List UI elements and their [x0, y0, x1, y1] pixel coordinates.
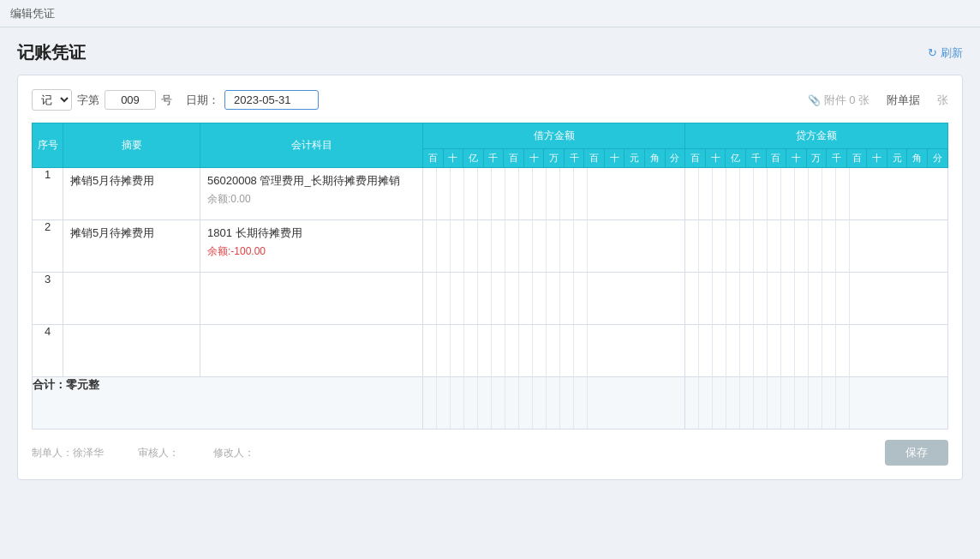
debit-cell-1[interactable] — [437, 220, 451, 272]
credit-cell-9[interactable] — [809, 273, 822, 324]
row-credit[interactable] — [685, 220, 948, 273]
credit-cell-11[interactable] — [836, 220, 850, 272]
credit-cell-10[interactable] — [822, 325, 836, 376]
debit-cell-1[interactable] — [437, 325, 451, 376]
credit-cell-9[interactable] — [809, 325, 822, 376]
debit-cell-5[interactable] — [492, 325, 505, 376]
refresh-button[interactable]: ↻ 刷新 — [928, 45, 963, 61]
debit-cell-7[interactable] — [519, 220, 533, 272]
debit-cell-6[interactable] — [505, 273, 519, 324]
row-debit[interactable] — [423, 273, 685, 325]
credit-cell-2[interactable] — [713, 273, 726, 324]
credit-cell-5[interactable] — [754, 325, 768, 376]
debit-cell-9[interactable] — [547, 325, 560, 376]
credit-cell-7[interactable] — [781, 273, 795, 324]
debit-cell-3[interactable] — [464, 325, 478, 376]
debit-cell-4[interactable] — [478, 273, 492, 324]
debit-cell-9[interactable] — [547, 220, 560, 272]
debit-cell-0[interactable] — [423, 325, 437, 376]
credit-cell-11[interactable] — [836, 168, 850, 219]
credit-cell-10[interactable] — [822, 220, 836, 272]
debit-cell-10[interactable] — [560, 168, 574, 219]
row-debit[interactable] — [423, 168, 685, 220]
credit-cell-0[interactable] — [685, 325, 699, 376]
row-account[interactable] — [200, 325, 423, 377]
credit-cell-0[interactable] — [685, 168, 699, 219]
row-debit[interactable] — [423, 220, 685, 273]
row-summary[interactable]: 摊销5月待摊费用 — [63, 220, 200, 273]
debit-cell-2[interactable] — [451, 220, 464, 272]
credit-cell-3[interactable] — [726, 220, 740, 272]
credit-cell-1[interactable] — [699, 273, 713, 324]
credit-cell-4[interactable] — [740, 273, 754, 324]
row-summary[interactable]: 摊销5月待摊费用 — [63, 168, 200, 220]
debit-cell-11[interactable] — [574, 325, 588, 376]
credit-cell-4[interactable] — [740, 220, 754, 272]
debit-cell-8[interactable] — [533, 220, 547, 272]
credit-cell-1[interactable] — [699, 168, 713, 219]
credit-cell-11[interactable] — [836, 325, 850, 376]
credit-cell-8[interactable] — [795, 273, 809, 324]
debit-cell-8[interactable] — [533, 273, 547, 324]
debit-cell-4[interactable] — [478, 325, 492, 376]
debit-cell-1[interactable] — [437, 168, 451, 219]
credit-cell-12[interactable] — [850, 325, 863, 376]
debit-cell-0[interactable] — [423, 273, 437, 324]
row-summary[interactable] — [63, 325, 200, 377]
debit-cell-2[interactable] — [451, 325, 464, 376]
attach-single-btn[interactable]: 附单据 — [887, 93, 920, 108]
credit-cell-6[interactable] — [768, 325, 781, 376]
debit-cell-7[interactable] — [519, 273, 533, 324]
debit-cell-4[interactable] — [478, 220, 492, 272]
row-account[interactable]: 1801 长期待摊费用余额:-100.00 — [200, 220, 423, 273]
debit-cell-10[interactable] — [560, 220, 574, 272]
save-button[interactable]: 保存 — [885, 440, 948, 466]
credit-cell-3[interactable] — [726, 273, 740, 324]
credit-cell-4[interactable] — [740, 325, 754, 376]
credit-cell-3[interactable] — [726, 325, 740, 376]
debit-cell-11[interactable] — [574, 220, 588, 272]
credit-cell-12[interactable] — [850, 220, 863, 272]
debit-cell-3[interactable] — [464, 220, 478, 272]
voucher-number-input[interactable] — [105, 90, 156, 110]
debit-cell-5[interactable] — [492, 273, 505, 324]
credit-cell-1[interactable] — [699, 220, 713, 272]
debit-cell-9[interactable] — [547, 273, 560, 324]
credit-cell-8[interactable] — [795, 325, 809, 376]
row-account[interactable]: 56020008 管理费用_长期待摊费用摊销余额:0.00 — [200, 168, 423, 220]
credit-cell-6[interactable] — [768, 273, 781, 324]
debit-cell-3[interactable] — [464, 273, 478, 324]
credit-cell-10[interactable] — [822, 168, 836, 219]
credit-cell-8[interactable] — [795, 220, 809, 272]
attachment-button[interactable]: 📎 附件 0 张 — [808, 93, 869, 108]
credit-cell-10[interactable] — [822, 273, 836, 324]
debit-cell-1[interactable] — [437, 273, 451, 324]
credit-cell-1[interactable] — [699, 325, 713, 376]
debit-cell-7[interactable] — [519, 325, 533, 376]
debit-cell-12[interactable] — [588, 168, 601, 219]
credit-cell-7[interactable] — [781, 220, 795, 272]
credit-cell-5[interactable] — [754, 168, 768, 219]
credit-cell-7[interactable] — [781, 325, 795, 376]
credit-cell-3[interactable] — [726, 168, 740, 219]
debit-cell-4[interactable] — [478, 168, 492, 219]
credit-cell-9[interactable] — [809, 220, 822, 272]
credit-cell-12[interactable] — [850, 168, 863, 219]
debit-cell-8[interactable] — [533, 325, 547, 376]
debit-cell-10[interactable] — [560, 273, 574, 324]
row-credit[interactable] — [685, 168, 948, 220]
credit-cell-4[interactable] — [740, 168, 754, 219]
credit-cell-2[interactable] — [713, 325, 726, 376]
date-input[interactable] — [224, 90, 319, 110]
credit-cell-9[interactable] — [809, 168, 822, 219]
debit-cell-10[interactable] — [560, 325, 574, 376]
debit-cell-7[interactable] — [519, 168, 533, 219]
debit-cell-6[interactable] — [505, 220, 519, 272]
row-summary[interactable] — [63, 273, 200, 325]
credit-cell-2[interactable] — [713, 168, 726, 219]
debit-cell-0[interactable] — [423, 168, 437, 219]
credit-cell-0[interactable] — [685, 220, 699, 272]
debit-cell-12[interactable] — [588, 220, 601, 272]
debit-cell-6[interactable] — [505, 168, 519, 219]
debit-cell-3[interactable] — [464, 168, 478, 219]
